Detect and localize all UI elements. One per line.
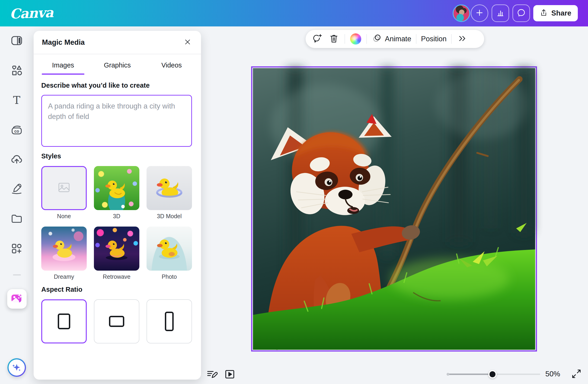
- sidebar-divider: [13, 274, 21, 276]
- design-icon: [10, 34, 23, 48]
- canva-logo[interactable]: Canva: [9, 5, 53, 22]
- share-button[interactable]: Share: [533, 5, 578, 21]
- sidebar-item-uploads[interactable]: [10, 152, 23, 166]
- style-thumbnail-photo[interactable]: [147, 227, 192, 271]
- tab-images[interactable]: Images: [41, 54, 85, 76]
- image-placeholder-icon: [57, 180, 71, 196]
- toolbar-divider: [345, 34, 345, 44]
- style-label: 3D Model: [157, 213, 182, 220]
- top-bar: Canva Share: [0, 0, 588, 26]
- landscape-ratio-icon: [109, 316, 124, 327]
- avatar[interactable]: [453, 4, 470, 22]
- animate-label: Animate: [385, 35, 411, 43]
- aspect-option-landscape[interactable]: [94, 299, 139, 343]
- svg-text:co: co: [14, 129, 19, 134]
- plus-icon: [475, 8, 484, 18]
- sidebar-item-apps[interactable]: [10, 242, 23, 255]
- duck-illustration: [154, 173, 185, 203]
- duck-illustration: [50, 235, 78, 262]
- duck-illustration: [155, 234, 184, 263]
- aspect-ratio-heading: Aspect Ratio: [41, 286, 193, 293]
- elements-icon: [10, 64, 23, 78]
- duck-illustration: [103, 174, 130, 202]
- styles-heading: Styles: [41, 152, 193, 160]
- sidebar-item-magic-media[interactable]: [7, 289, 27, 309]
- animate-button[interactable]: Animate: [371, 33, 411, 45]
- zoom-level[interactable]: 50%: [545, 370, 560, 378]
- tab-graphics[interactable]: Graphics: [96, 54, 139, 76]
- styles-grid: None 3D: [41, 166, 193, 280]
- style-option-3d[interactable]: 3D: [94, 166, 139, 220]
- generated-red-panda-image[interactable]: [253, 68, 535, 350]
- share-upload-icon: [540, 9, 548, 18]
- canvas-page[interactable]: [251, 66, 537, 352]
- style-option-retrowave[interactable]: Retrowave: [94, 227, 139, 280]
- close-panel-button[interactable]: [183, 37, 193, 47]
- magic-media-icon: [11, 292, 23, 306]
- animate-icon: [371, 33, 382, 45]
- top-bar-actions: Share: [453, 4, 578, 22]
- style-label: Photo: [162, 273, 177, 280]
- add-member-button[interactable]: [471, 4, 488, 22]
- style-thumbnail-retrowave[interactable]: [94, 227, 139, 271]
- trash-icon: [329, 33, 339, 44]
- panel-header: Magic Media: [34, 31, 201, 54]
- style-label: Retrowave: [103, 273, 130, 280]
- style-option-3d-model[interactable]: 3D Model: [147, 166, 192, 220]
- text-icon: T: [10, 94, 23, 107]
- style-option-dreamy[interactable]: Dreamy: [41, 227, 87, 280]
- comments-button[interactable]: [512, 4, 530, 22]
- add-comment-button[interactable]: [311, 33, 323, 45]
- style-label: 3D: [113, 213, 120, 220]
- magic-media-panel: Magic Media Images Graphics Videos Descr…: [34, 31, 201, 380]
- square-ratio-icon: [58, 314, 70, 329]
- tab-videos[interactable]: Videos: [150, 54, 193, 76]
- sidebar-item-design[interactable]: [10, 34, 23, 47]
- delete-button[interactable]: [328, 33, 340, 45]
- magic-assistant-button[interactable]: [7, 358, 26, 377]
- sidebar-item-draw[interactable]: [10, 182, 23, 195]
- style-thumbnail-3d[interactable]: [94, 166, 139, 210]
- share-button-label: Share: [551, 9, 571, 17]
- close-icon: [183, 38, 192, 47]
- sidebar-item-elements[interactable]: [10, 64, 23, 77]
- fullscreen-button[interactable]: [570, 368, 582, 380]
- aspect-ratio-grid: [41, 299, 193, 343]
- insights-button[interactable]: [492, 4, 509, 22]
- portrait-ratio-icon: [165, 312, 174, 331]
- present-button[interactable]: [223, 368, 236, 381]
- style-thumbnail-dreamy[interactable]: [41, 227, 87, 271]
- notes-pencil-icon: [206, 368, 218, 381]
- pen-icon: [10, 182, 23, 196]
- sparkle-icon: [9, 360, 25, 376]
- position-label: Position: [421, 35, 447, 43]
- style-option-none[interactable]: None: [41, 166, 87, 220]
- sidebar-item-brand[interactable]: co: [10, 123, 23, 136]
- play-icon: [224, 368, 236, 381]
- zoom-slider[interactable]: [447, 374, 540, 375]
- toolbar-divider: [451, 34, 452, 44]
- style-thumbnail-3d-model[interactable]: [147, 166, 192, 210]
- describe-heading: Describe what you’d like to create: [41, 82, 193, 89]
- cloud-upload-icon: [10, 152, 23, 167]
- comment-plus-icon: [312, 33, 322, 45]
- notes-button[interactable]: [205, 368, 218, 381]
- zoom-slider-thumb[interactable]: [488, 370, 497, 378]
- position-button[interactable]: Position: [421, 35, 447, 43]
- sidebar-item-projects[interactable]: [10, 212, 23, 225]
- style-thumbnail-none[interactable]: [41, 166, 87, 210]
- svg-text:T: T: [13, 94, 20, 107]
- apps-grid-icon: [10, 242, 23, 256]
- aspect-option-portrait[interactable]: [147, 299, 192, 343]
- panel-title: Magic Media: [42, 38, 85, 47]
- style-label: Dreamy: [54, 273, 74, 280]
- more-options-button[interactable]: [456, 33, 468, 45]
- color-picker-button[interactable]: [350, 33, 362, 45]
- brand-icon: co: [10, 123, 23, 137]
- prompt-input[interactable]: [41, 95, 192, 147]
- element-toolbar: Animate Position: [306, 30, 484, 48]
- aspect-option-square[interactable]: [41, 299, 87, 343]
- style-option-photo[interactable]: Photo: [147, 227, 192, 280]
- bar-chart-icon: [496, 8, 505, 19]
- sidebar-item-text[interactable]: T: [10, 94, 23, 107]
